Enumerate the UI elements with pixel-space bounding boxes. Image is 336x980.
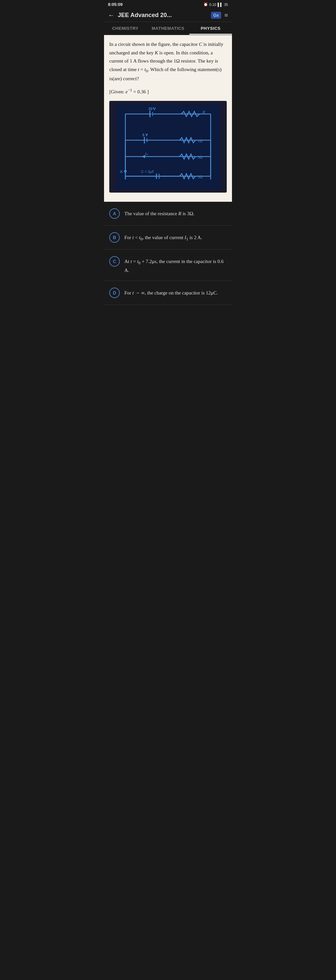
menu-button[interactable]: ≡ [224,11,228,19]
option-b-text: For t < t0, the value of current I1 is 2… [124,232,202,242]
question-text: In a circuit shown in the figure, the ca… [109,40,227,96]
circuit-diagram: 15 V + R 5 V + 1Ω I₁ [109,101,227,192]
svg-text:3Ω: 3Ω [198,155,202,159]
battery-icon: ⏰ [203,2,208,6]
status-icons: ⏰ 0.10 ▌▌ 35 [203,2,228,6]
battery-level: 35 [224,3,228,6]
options-container: A The value of the resistance R is 3Ω. B… [104,202,232,305]
option-d-label: D [109,288,120,298]
svg-text:R: R [202,110,205,114]
option-b[interactable]: B For t < t0, the value of current I1 is… [104,226,232,250]
option-c[interactable]: C At t = t0 + 7.2μs, the current in the … [104,250,232,281]
option-d-text: For t → ∞, the charge on the capacitor i… [124,288,218,297]
option-b-label: B [109,232,120,243]
translate-icon[interactable]: Gx [211,12,221,19]
status-bar: 8:05:09 ⏰ 0.10 ▌▌ 35 [104,0,232,9]
svg-text:1Ω: 1Ω [198,138,202,143]
option-c-label: C [109,256,120,267]
svg-text:+: + [152,107,154,110]
nav-title: JEE Advanced 20... [118,12,208,19]
signal-text: 0.10 [210,3,216,6]
option-a-label: A [109,208,120,219]
tab-mathematics[interactable]: MATHEMATICS [147,22,189,35]
option-c-text: At t = t0 + 7.2μs, the current in the ca… [124,256,227,274]
status-time: 8:05:09 [108,2,123,7]
svg-text:3Ω: 3Ω [198,175,202,179]
subject-tabs: CHEMISTRY MATHEMATICS PHYSICS [104,22,232,35]
network-icon: ▌▌ [218,3,223,6]
tab-chemistry[interactable]: CHEMISTRY [104,22,147,35]
svg-text:+: + [146,133,148,136]
svg-text:I₁: I₁ [145,152,148,156]
back-button[interactable]: ← [108,11,115,19]
svg-text:C = 2μF: C = 2μF [141,170,154,173]
svg-text:K: K [120,169,123,174]
main-content: In a circuit shown in the figure, the ca… [104,35,232,202]
top-nav: ← JEE Advanced 20... Gx ≡ [104,9,232,22]
option-d[interactable]: D For t → ∞, the charge on the capacitor… [104,281,232,305]
option-a-text: The value of the resistance R is 3Ω. [124,208,195,218]
tab-physics[interactable]: PHYSICS [189,22,232,35]
given-text: [Given: e−1 = 0.36 ] [109,87,227,96]
option-a[interactable]: A The value of the resistance R is 3Ω. [104,202,232,226]
